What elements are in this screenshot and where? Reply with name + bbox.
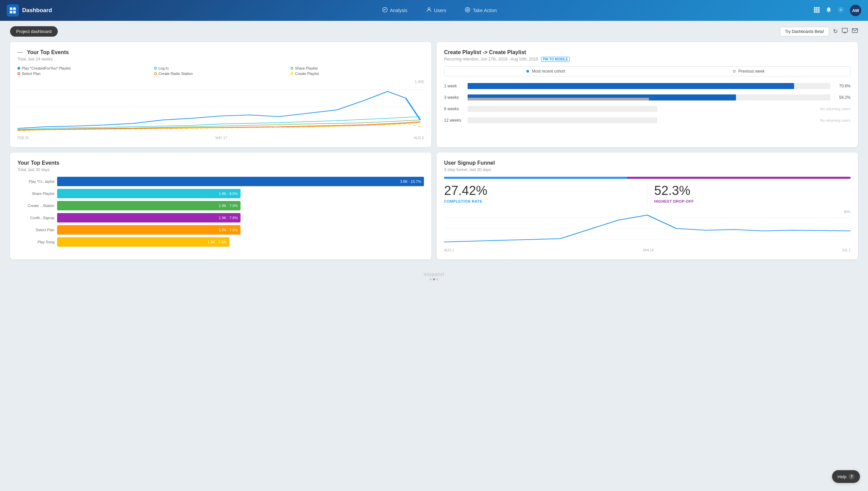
user-avatar[interactable]: AW <box>850 5 861 16</box>
nav-users[interactable]: Users <box>424 6 449 15</box>
toolbar-right: Try Dashboards Beta! ↻ <box>780 27 858 36</box>
bar-label-4: Select Plan <box>18 228 54 232</box>
project-dashboard-button[interactable]: Project dashboard <box>10 26 58 37</box>
footer-dot-0 <box>430 278 432 280</box>
funnel-bars-top <box>444 177 850 179</box>
funnel-x-1: JAN 14 <box>643 248 654 252</box>
take-action-icon <box>465 7 470 14</box>
top-events-bar-title: Your Top Events <box>18 160 424 166</box>
horizontal-bar-chart: Play *Cr...laylist 3.8K · 15.7% Share Pl… <box>18 177 424 247</box>
retention-subtitle: Recurring retention, Jun 17th, 2018 - Au… <box>444 57 850 61</box>
funnel-chart-svg <box>444 210 850 247</box>
help-label: Help <box>837 474 846 479</box>
svg-rect-13 <box>816 9 817 11</box>
bar-fill-5: 1.8K · 7.6% <box>57 237 229 247</box>
svg-rect-16 <box>816 11 817 13</box>
bar-row-5: Play Song 1.8K · 7.6% <box>18 237 424 247</box>
bar-fill-4: 1.9K · 7.8% <box>57 225 241 235</box>
retention-label-1: 3 weeks <box>444 95 464 100</box>
bar-label-3: Confir...Signup <box>18 216 54 220</box>
try-beta-button[interactable]: Try Dashboards Beta! <box>780 27 829 36</box>
bar-fill-1: 1.9K · 8.0% <box>57 189 241 198</box>
retention-title: Create Playlist -> Create Playlist <box>444 49 850 55</box>
funnel-x-0: AUG 1 <box>444 248 454 252</box>
nav-analysis-label: Analysis <box>390 8 407 13</box>
legend-dot-3 <box>18 72 20 75</box>
funnel-completion-label: COMPLETION RATE <box>444 199 641 203</box>
retention-tab-previous-week[interactable]: Previous week <box>647 66 850 76</box>
logo-area[interactable]: Dashboard <box>7 4 52 17</box>
retention-tab-most-recent[interactable]: Most recent cohort <box>444 66 647 76</box>
settings-icon[interactable] <box>838 7 844 15</box>
bar-fill-3: 1.9K · 7.8% <box>57 213 241 223</box>
bar-label-0: Play *Cr...laylist <box>18 179 54 183</box>
funnel-divider <box>647 183 648 203</box>
bar-row-3: Confir...Signup 1.9K · 7.8% <box>18 213 424 223</box>
svg-point-18 <box>840 9 842 10</box>
svg-rect-19 <box>842 28 847 32</box>
svg-rect-3 <box>13 11 16 13</box>
svg-rect-15 <box>814 11 815 13</box>
retention-label-2: 6 weeks <box>444 107 464 111</box>
retention-row-3: 12 weeks No returning users <box>444 117 850 123</box>
svg-rect-0 <box>10 7 12 10</box>
funnel-subtitle: 3-step funnel, last 30 days <box>444 167 850 172</box>
svg-rect-12 <box>814 9 815 11</box>
bar-label-1: Share Playlist <box>18 192 54 196</box>
retention-bar-0 <box>468 83 830 89</box>
svg-rect-17 <box>818 11 819 13</box>
nav-take-action-label: Take Action <box>473 8 497 13</box>
legend-item-2: Share Playlist <box>290 66 424 70</box>
line-chart-svg <box>18 80 424 134</box>
legend-dot-1 <box>154 67 157 69</box>
bar-fill-0: 3.8K · 15.7% <box>57 177 424 186</box>
nav-users-label: Users <box>434 8 446 13</box>
svg-point-5 <box>428 8 430 10</box>
chart-x-labels: FEB 26 MAY 17 AUG 6 <box>18 136 424 140</box>
retention-value-0: 70.6% <box>834 84 850 88</box>
nav-analysis[interactable]: Analysis <box>380 6 410 15</box>
brand-label: Dashboard <box>22 7 52 14</box>
legend-dot-4 <box>154 72 157 75</box>
bar-label-2: Create ...Station <box>18 204 54 208</box>
svg-rect-14 <box>818 9 819 11</box>
funnel-completion-metric: 27.42% COMPLETION RATE <box>444 183 641 203</box>
help-button[interactable]: Help ? <box>832 470 860 483</box>
svg-point-8 <box>467 9 468 10</box>
top-events-line-card: — Your Top Events Total, last 24 weeks P… <box>10 42 431 147</box>
retention-row-2: 6 weeks No returning users <box>444 106 850 112</box>
legend-item-1: Log In <box>154 66 287 70</box>
funnel-y-label: 80% <box>844 210 850 214</box>
funnel-blue-bar <box>444 177 627 179</box>
footer-dot-2 <box>436 278 438 280</box>
bar-row-4: Select Plan 1.9K · 7.8% <box>18 225 424 235</box>
bar-row-1: Share Playlist 1.9K · 8.0% <box>18 189 424 198</box>
notifications-icon[interactable] <box>826 7 832 15</box>
footer-brand: mixpanel <box>424 271 444 277</box>
grid-icon[interactable] <box>814 7 819 15</box>
logo-icon <box>7 4 19 17</box>
top-events-title: — Your Top Events <box>18 49 424 55</box>
retention-no-data-0: No returning users <box>661 107 850 111</box>
chart-legend: Play *CreatedForYou* Playlist Log In Sha… <box>18 66 424 76</box>
nav-take-action[interactable]: Take Action <box>462 6 499 15</box>
funnel-title: User Signup Funnel <box>444 160 850 166</box>
top-events-bar-card: Your Top Events Total, last 30 days Play… <box>10 152 431 259</box>
top-events-bar-subtitle: Total, last 30 days <box>18 167 424 172</box>
funnel-dropoff-metric: 52.3% HIGHEST DROP-OFF <box>654 183 851 203</box>
bar-fill-2: 1.9K · 7.9% <box>57 201 241 210</box>
refresh-icon[interactable]: ↻ <box>833 28 838 35</box>
svg-rect-2 <box>10 11 12 13</box>
funnel-metrics: 27.42% COMPLETION RATE 52.3% HIGHEST DRO… <box>444 183 850 203</box>
legend-dot-2 <box>290 67 293 69</box>
retention-bar-1 <box>468 94 830 100</box>
display-icon[interactable] <box>842 28 848 35</box>
radio-active-dot <box>526 70 529 73</box>
bar-row-0: Play *Cr...laylist 3.8K · 15.7% <box>18 177 424 186</box>
retention-row-1: 3 weeks 58.2% <box>444 94 850 100</box>
x-label-1: MAY 17 <box>215 136 227 140</box>
bar-row-2: Create ...Station 1.9K · 7.9% <box>18 201 424 210</box>
funnel-completion-value: 27.42% <box>444 183 641 198</box>
email-icon[interactable] <box>852 28 858 35</box>
pin-to-mobile-label[interactable]: PIN TO MOBILE <box>541 57 570 62</box>
